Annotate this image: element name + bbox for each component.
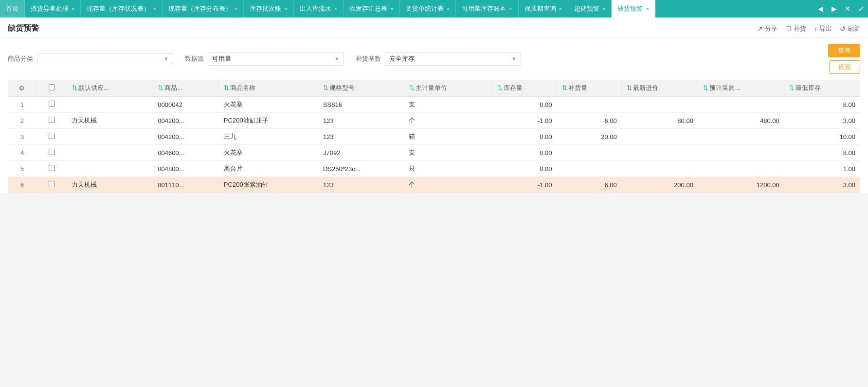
- row-spec-2: 123: [318, 113, 404, 129]
- row-num-1: 1: [8, 97, 36, 113]
- replenish-base-select[interactable]: 安全库存 ▼: [385, 52, 521, 66]
- tab-stock-batch[interactable]: 库存批次账 ×: [244, 0, 293, 18]
- row-checkbox-5[interactable]: [36, 161, 67, 177]
- tab-home-label: 首页: [6, 4, 18, 13]
- replenish-icon: ☐: [785, 25, 792, 33]
- tab-demand-stats[interactable]: 要货单统计表 ×: [400, 0, 456, 18]
- close-receive-summary-icon[interactable]: ×: [390, 6, 393, 12]
- tab-shortage[interactable]: 缺货预警 ×: [612, 0, 655, 18]
- tab-abnormal-label: 拣货异常处理: [31, 4, 69, 13]
- nav-expand-icon[interactable]: ⤢: [854, 0, 868, 18]
- close-shortage-icon[interactable]: ×: [646, 6, 649, 12]
- row-stock-6: -1.00: [492, 177, 557, 193]
- col-goods-name: ⇅商品名称: [219, 80, 318, 97]
- row-stock-4: 0.00: [492, 145, 557, 161]
- close-demand-stats-icon[interactable]: ×: [447, 6, 450, 12]
- settings-button[interactable]: 设置: [829, 60, 860, 74]
- row-unit-1: 支: [404, 97, 492, 113]
- table-row: 1 0000042 火花塞 SS816 支 0.00 8.00: [8, 97, 860, 113]
- select-all-checkbox[interactable]: [49, 84, 55, 90]
- row-stock-5: 0.00: [492, 161, 557, 177]
- row-replenish-qty-5: [557, 161, 622, 177]
- tab-abnormal[interactable]: 拣货异常处理 ×: [25, 0, 81, 18]
- table-row: 4 004600... 火花塞 J7092 支 0.00 8.00: [8, 145, 860, 161]
- page-title: 缺货预警: [8, 23, 757, 34]
- tab-overstock-label: 超储预警: [574, 4, 599, 13]
- close-inout-flow-icon[interactable]: ×: [334, 6, 337, 12]
- tab-overstock[interactable]: 超储预警 ×: [568, 0, 612, 18]
- row-unit-2: 个: [404, 113, 492, 129]
- table-settings-icon[interactable]: ⚙: [19, 85, 25, 92]
- datasource-filter-item: 数据源 可用量 ▼: [185, 52, 344, 66]
- tab-inout-flow[interactable]: 出入库流水 ×: [294, 0, 344, 18]
- row-unit-6: 个: [404, 177, 492, 193]
- tab-inout-flow-label: 出入库流水: [300, 4, 331, 13]
- share-button[interactable]: ↗ 分享: [757, 24, 778, 33]
- col-spec: ⇅规格型号: [318, 80, 404, 97]
- tab-available-ledger-label: 可用量库存账本: [462, 4, 506, 13]
- row-num-2: 2: [8, 113, 36, 129]
- nav-prev-arrow[interactable]: ◀: [814, 0, 827, 18]
- close-abnormal-icon[interactable]: ×: [72, 6, 74, 12]
- replenish-base-filter-label: 补货基数: [356, 54, 381, 63]
- close-overstock-icon[interactable]: ×: [602, 6, 605, 12]
- table-body: 1 0000042 火花塞 SS816 支 0.00 8.00 2 力天机械 0…: [8, 97, 860, 193]
- close-stock-dist-icon[interactable]: ×: [235, 6, 237, 12]
- category-chevron-icon: ▼: [163, 56, 169, 62]
- row-checkbox-6[interactable]: [36, 177, 67, 193]
- row-select-1[interactable]: [49, 101, 55, 107]
- row-min-stock-3: 10.00: [784, 129, 860, 145]
- row-goods-name-1: 火花塞: [219, 97, 318, 113]
- category-filter-item: 商品分类 ▼: [8, 53, 173, 64]
- close-stock-batch-icon[interactable]: ×: [284, 6, 287, 12]
- row-min-stock-4: 8.00: [784, 145, 860, 161]
- row-spec-4: J7092: [318, 145, 404, 161]
- row-select-6[interactable]: [49, 181, 55, 187]
- nav-close-all-icon[interactable]: ✕: [841, 0, 854, 18]
- table-header: ⚙ ⇅默认供应... ⇅商品... ⇅商品名称 ⇅规格型号: [8, 80, 860, 97]
- tab-receive-summary[interactable]: 收发存汇总表 ×: [344, 0, 399, 18]
- row-num-3: 3: [8, 129, 36, 145]
- col-default-supplier: ⇅默认供应...: [67, 80, 153, 97]
- row-spec-5: DS250*23c...: [318, 161, 404, 177]
- tab-shortage-label: 缺货预警: [617, 4, 643, 13]
- close-expiry-query-icon[interactable]: ×: [559, 6, 562, 12]
- export-button[interactable]: ↓ 导出: [814, 24, 832, 33]
- tab-expiry-query[interactable]: 保质期查询 ×: [519, 0, 568, 18]
- col-unit: ⇅主计量单位: [404, 80, 492, 97]
- row-latest-price-2: 80.00: [622, 113, 698, 129]
- category-select[interactable]: ▼: [37, 53, 173, 64]
- row-checkbox-4[interactable]: [36, 145, 67, 161]
- top-navigation: 首页 拣货异常处理 × 现存量（库存状况表） × 现存量（库存分布表） × 库存…: [0, 0, 868, 18]
- row-select-5[interactable]: [49, 165, 55, 171]
- row-est-purchase-3: [698, 129, 784, 145]
- tab-home[interactable]: 首页: [0, 0, 25, 18]
- tab-available-ledger[interactable]: 可用量库存账本 ×: [456, 0, 518, 18]
- query-button[interactable]: 查询: [828, 44, 860, 57]
- replenish-base-filter-item: 补货基数 安全库存 ▼: [356, 52, 521, 66]
- table-container: ⚙ ⇅默认供应... ⇅商品... ⇅商品名称 ⇅规格型号: [0, 80, 868, 193]
- col-settings: ⚙: [8, 80, 36, 97]
- close-available-ledger-icon[interactable]: ×: [509, 6, 512, 12]
- tab-stock-dist-label: 现存量（库存分布表）: [168, 4, 232, 13]
- nav-next-arrow[interactable]: ▶: [827, 0, 841, 18]
- row-select-4[interactable]: [49, 149, 55, 155]
- datasource-select[interactable]: 可用量 ▼: [208, 52, 344, 66]
- row-checkbox-3[interactable]: [36, 129, 67, 145]
- category-filter-label: 商品分类: [8, 54, 33, 63]
- row-checkbox-2[interactable]: [36, 113, 67, 129]
- row-checkbox-1[interactable]: [36, 97, 67, 113]
- row-replenish-qty-2: 6.00: [557, 113, 622, 129]
- row-goods-name-6: PC200张紧油缸: [219, 177, 318, 193]
- tab-stock-dist[interactable]: 现存量（库存分布表） ×: [163, 0, 244, 18]
- row-select-3[interactable]: [49, 133, 55, 139]
- row-supplier-5: [67, 161, 153, 177]
- col-replenish-qty: ⇅补货量: [557, 80, 622, 97]
- replenish-button[interactable]: ☐ 补货: [785, 24, 806, 33]
- table-row: 3 004200... 三九 123 箱 0.00 20.00 10.00: [8, 129, 860, 145]
- row-select-2[interactable]: [49, 117, 55, 123]
- refresh-button[interactable]: ↺ 刷新: [840, 24, 860, 33]
- close-stock-status-icon[interactable]: ×: [153, 6, 156, 12]
- replenish-base-chevron-icon: ▼: [511, 56, 517, 62]
- tab-stock-status[interactable]: 现存量（库存状况表） ×: [81, 0, 162, 18]
